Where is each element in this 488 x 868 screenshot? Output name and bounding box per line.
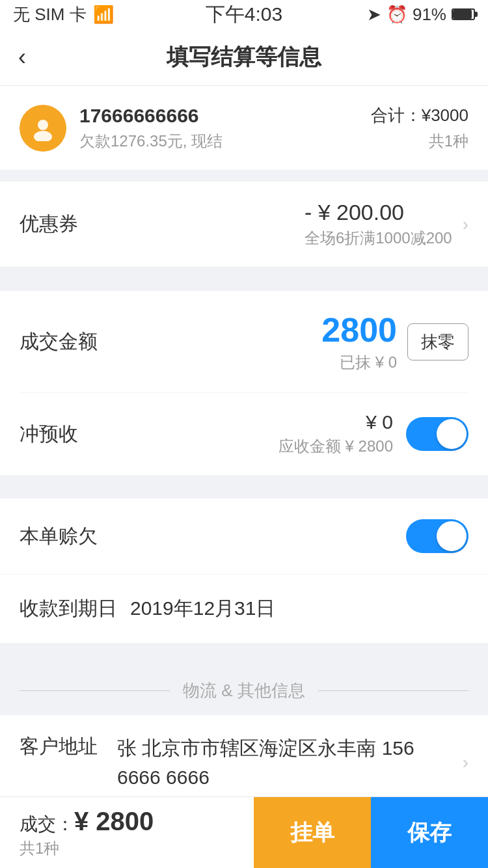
coupon-discount: - ¥ 200.00 — [305, 200, 452, 225]
divider-1 — [0, 170, 488, 182]
transaction-section: 成交金额 2800 已抹 ¥ 0 抹零 冲预收 ¥ 0 应收金额 ¥ 2800 — [0, 291, 488, 475]
chong-col: ¥ 0 应收金额 ¥ 2800 — [278, 411, 393, 457]
chong-sub: 应收金额 ¥ 2800 — [278, 436, 393, 457]
chong-label: 冲预收 — [20, 421, 78, 448]
status-left: 无 SIM 卡 📶 — [13, 3, 114, 26]
svg-point-1 — [34, 131, 52, 141]
transaction-row: 成交金额 2800 已抹 ¥ 0 抹零 — [20, 291, 468, 393]
save-button[interactable]: 保存 — [371, 797, 488, 869]
divider-4 — [0, 643, 488, 655]
customer-card: 17666666666 欠款1276.35元, 现结 合计：¥3000 共1种 — [0, 86, 488, 170]
summary-prefix: 成交： — [20, 814, 74, 834]
coupon-row[interactable]: 优惠券 - ¥ 200.00 全场6折满1000减200 › — [0, 182, 488, 267]
divider-2 — [0, 267, 488, 279]
address-chevron-icon: › — [463, 752, 468, 773]
summary-top-row: 成交：¥ 2800 — [20, 807, 234, 837]
status-bar: 无 SIM 卡 📶 下午4:03 ➤ ⏰ 91% — [0, 0, 488, 29]
status-right: ➤ ⏰ 91% — [367, 5, 475, 25]
logistics-divider: 物流 & 其他信息 — [0, 666, 488, 715]
page-title: 填写结算等信息 — [167, 42, 321, 72]
coupon-description: 全场6折满1000减200 — [305, 228, 452, 249]
she-qian-row: 本单赊欠 — [0, 498, 488, 574]
mo-ling-button[interactable]: 抹零 — [407, 323, 468, 360]
address-label: 客户地址 — [20, 733, 98, 760]
battery-icon — [452, 8, 475, 20]
due-date-label: 收款到期日 — [20, 595, 117, 622]
alarm-icon: ⏰ — [386, 5, 407, 25]
she-qian-toggle[interactable] — [406, 519, 468, 553]
chong-toggle[interactable] — [406, 417, 468, 451]
due-date-row: 收款到期日 2019年12月31日 — [0, 574, 488, 643]
avatar — [20, 105, 66, 152]
customer-left: 17666666666 欠款1276.35元, 现结 — [20, 105, 223, 152]
total-count: 共1种 — [371, 131, 468, 152]
back-button[interactable]: ‹ — [18, 44, 26, 71]
customer-total: 合计：¥3000 共1种 — [371, 104, 468, 152]
wifi-icon: 📶 — [93, 5, 114, 25]
customer-info: 17666666666 欠款1276.35元, 现结 — [79, 105, 223, 152]
summary-amount: ¥ 2800 — [74, 807, 154, 835]
bottom-bar: 成交：¥ 2800 共1种 挂单 保存 — [0, 796, 488, 868]
coupon-info: - ¥ 200.00 全场6折满1000减200 — [305, 200, 452, 249]
bottom-summary: 成交：¥ 2800 共1种 — [0, 807, 254, 859]
battery-text: 91% — [413, 5, 446, 25]
coupon-right: - ¥ 200.00 全场6折满1000减200 › — [305, 200, 468, 249]
she-qian-label: 本单赊欠 — [20, 523, 98, 550]
carrier-text: 无 SIM 卡 — [13, 3, 87, 26]
chong-row: 冲预收 ¥ 0 应收金额 ¥ 2800 — [20, 393, 468, 475]
logistics-title: 物流 & 其他信息 — [183, 679, 305, 702]
customer-debt: 欠款1276.35元, 现结 — [79, 131, 223, 152]
toggle-knob — [437, 419, 467, 449]
chevron-right-icon: › — [463, 214, 468, 235]
nav-bar: ‹ 填写结算等信息 — [0, 29, 488, 86]
summary-count: 共1种 — [20, 838, 234, 859]
logistics-line-left — [20, 690, 170, 691]
she-qian-toggle-knob — [437, 521, 467, 551]
svg-point-0 — [38, 120, 48, 130]
location-icon: ➤ — [367, 5, 381, 25]
transaction-right: 2800 已抹 ¥ 0 抹零 — [321, 310, 468, 373]
chong-right: ¥ 0 应收金额 ¥ 2800 — [278, 411, 468, 457]
coupon-label: 优惠券 — [20, 211, 78, 237]
transaction-sub: 已抹 ¥ 0 — [321, 352, 397, 373]
content: 17666666666 欠款1276.35元, 现结 合计：¥3000 共1种 … — [0, 86, 488, 868]
due-date-value: 2019年12月31日 — [130, 595, 275, 622]
customer-phone: 17666666666 — [79, 105, 223, 127]
hang-button[interactable]: 挂单 — [254, 797, 371, 869]
total-amount: 合计：¥3000 — [371, 104, 468, 127]
transaction-amount: 2800 — [321, 310, 397, 349]
status-time: 下午4:03 — [206, 1, 282, 28]
logistics-line-right — [318, 690, 468, 691]
address-value: 张 北京市市辖区海淀区永丰南 156 6666 6666 — [117, 733, 438, 792]
transaction-label: 成交金额 — [20, 329, 98, 355]
divider-3 — [0, 475, 488, 487]
chong-amount: ¥ 0 — [278, 411, 393, 433]
amount-col: 2800 已抹 ¥ 0 — [321, 310, 397, 373]
